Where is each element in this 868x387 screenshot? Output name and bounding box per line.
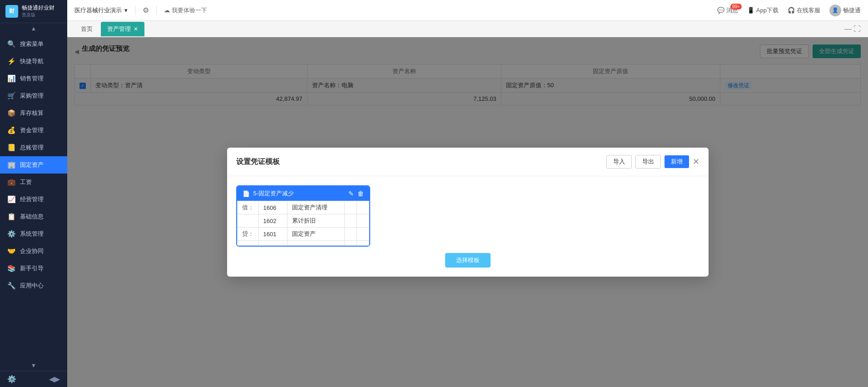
sidebar-item-payroll[interactable]: 💼 工资	[0, 174, 67, 191]
entry-debit-1	[345, 201, 357, 214]
sidebar-item-label: 基础信息	[20, 213, 44, 221]
sidebar-item-guide[interactable]: 📚 新手引导	[0, 260, 67, 277]
template-entries-table: 借： 1606 固定资产清理 1602	[237, 201, 369, 246]
basic-info-icon: 📋	[7, 213, 15, 221]
online-service-btn[interactable]: 🎧 在线客服	[788, 6, 820, 15]
sidebar: 财 畅捷通好业财 普及版 ▲ 🔍 搜索菜单 ⚡ 快捷导航 📊 销售管理 🛒 采购…	[0, 0, 67, 387]
import-btn[interactable]: 导入	[606, 155, 632, 169]
collapse-icon[interactable]: ◀▶	[49, 375, 60, 383]
fixed-assets-icon: 🏢	[7, 161, 15, 169]
tab-asset-label: 资产管理	[107, 25, 131, 33]
sidebar-item-label: 销售管理	[20, 74, 44, 83]
template-doc-icon: 📄	[243, 190, 250, 197]
sidebar-item-sales[interactable]: 📊 销售管理	[0, 70, 67, 87]
main-area: 医疗器械行业演示 ▾ ⚙ ☁ 我要体验一下 💬 消息 99+ 📱 App下载 🎧…	[67, 0, 868, 387]
sidebar-item-label: 新手引导	[20, 264, 44, 273]
search-icon: 🔍	[7, 40, 15, 48]
entry-credit-1	[357, 201, 369, 214]
app-download-btn[interactable]: 📱 App下载	[747, 6, 779, 15]
sidebar-item-purchase[interactable]: 🛒 采购管理	[0, 87, 67, 104]
sidebar-nav: 🔍 搜索菜单 ⚡ 快捷导航 📊 销售管理 🛒 采购管理 📦 库存核算 💰 资金管…	[0, 34, 67, 360]
system-icon: ⚙️	[7, 230, 15, 238]
sidebar-item-system[interactable]: ⚙️ 系统管理	[0, 225, 67, 243]
sales-icon: 📊	[7, 74, 15, 83]
purchase-icon: 🛒	[7, 92, 15, 100]
sidebar-footer: ⚙️ ◀▶	[0, 371, 67, 387]
settings-icon[interactable]: ⚙️	[7, 375, 16, 383]
tab-home[interactable]: 首页	[74, 22, 99, 36]
topbar-divider-2	[156, 6, 157, 15]
sidebar-item-inventory[interactable]: 📦 库存核算	[0, 104, 67, 122]
modal-title: 设置凭证模板	[236, 157, 280, 167]
messages-btn[interactable]: 💬 消息 99+	[717, 6, 738, 15]
user-profile-btn[interactable]: 👤 畅捷通	[829, 5, 861, 16]
messages-icon: 💬	[717, 7, 724, 14]
entry-name-2: 累计折旧	[288, 214, 345, 228]
sidebar-item-enterprise[interactable]: 🤝 企业协同	[0, 243, 67, 260]
tab-asset-management[interactable]: 资产管理 ✕	[101, 22, 144, 36]
new-btn[interactable]: 新增	[665, 155, 689, 168]
template-card-body: 借： 1606 固定资产清理 1602	[237, 201, 369, 246]
entry-code-2: 1602	[258, 214, 288, 228]
sidebar-item-label: 总账管理	[20, 144, 44, 152]
ledger-icon: 📒	[7, 144, 15, 152]
sidebar-scroll-up[interactable]: ▲	[0, 23, 67, 34]
sidebar-item-label: 资金管理	[20, 126, 44, 134]
payroll-icon: 💼	[7, 178, 15, 186]
tab-home-label: 首页	[81, 25, 93, 33]
entry-code-1: 1606	[258, 201, 288, 214]
modal-header: 设置凭证模板 导入 导出 新增 ✕	[227, 148, 709, 176]
modal-overlay[interactable]: 设置凭证模板 导入 导出 新增 ✕ 📄 5-固定资产减少	[67, 37, 868, 387]
app-edition: 普及版	[22, 12, 55, 18]
sidebar-item-quick-nav[interactable]: ⚡ 快捷导航	[0, 53, 67, 70]
sidebar-item-label: 经营管理	[20, 195, 44, 203]
sidebar-item-label: 企业协同	[20, 247, 44, 255]
template-card: 📄 5-固定资产减少 ✎ 🗑 借：	[236, 185, 370, 247]
sidebar-header: 财 畅捷通好业财 普及版	[0, 0, 67, 23]
tab-minimize-btn[interactable]: —	[844, 25, 852, 33]
template-card-header-actions: ✎ 🗑	[348, 190, 364, 197]
tabbar: 首页 资产管理 ✕ — ⛶	[67, 21, 868, 37]
topbar-right: 💬 消息 99+ 📱 App下载 🎧 在线客服 👤 畅捷通	[717, 5, 861, 16]
entry-code-3: 1601	[258, 228, 288, 241]
app-logo: 财	[5, 5, 18, 18]
sidebar-item-fixed-assets[interactable]: 🏢 固定资产	[0, 156, 67, 174]
service-icon: 🎧	[788, 7, 795, 14]
template-entry-row: 1602 累计折旧	[237, 214, 369, 228]
select-template-btn[interactable]: 选择模板	[445, 253, 491, 268]
entry-name-3: 固定资产	[288, 228, 345, 241]
entry-credit-2	[357, 214, 369, 228]
sidebar-scroll-down[interactable]: ▼	[0, 360, 67, 371]
template-entry-row: 借： 1606 固定资产清理	[237, 201, 369, 214]
template-edit-btn[interactable]: ✎	[348, 190, 354, 197]
export-btn[interactable]: 导出	[635, 155, 661, 169]
sidebar-item-search[interactable]: 🔍 搜索菜单	[0, 35, 67, 53]
template-delete-btn[interactable]: 🗑	[357, 190, 364, 197]
company-selector[interactable]: 医疗器械行业演示 ▾	[74, 6, 128, 15]
entry-credit-3	[357, 228, 369, 241]
sidebar-item-operations[interactable]: 📈 经营管理	[0, 191, 67, 208]
sidebar-item-ledger[interactable]: 📒 总账管理	[0, 139, 67, 156]
template-entry-row: 贷： 1601 固定资产	[237, 228, 369, 241]
topbar-divider-1	[135, 6, 135, 15]
experience-btn[interactable]: ☁ 我要体验一下	[164, 6, 207, 15]
modal-close-btn[interactable]: ✕	[693, 157, 699, 167]
sidebar-item-label: 应用中心	[20, 282, 44, 290]
sidebar-item-label: 固定资产	[20, 161, 44, 169]
enterprise-icon: 🤝	[7, 247, 15, 255]
operations-icon: 📈	[7, 195, 15, 203]
sidebar-item-label: 搜索菜单	[20, 40, 44, 48]
settings-gear-icon[interactable]: ⚙	[143, 6, 149, 15]
tab-maximize-btn[interactable]: ⛶	[853, 25, 861, 33]
cloud-icon: ☁	[164, 7, 170, 14]
sidebar-item-basic-info[interactable]: 📋 基础信息	[0, 208, 67, 225]
company-name: 医疗器械行业演示	[74, 6, 122, 15]
sidebar-item-label: 快捷导航	[20, 57, 44, 65]
sidebar-item-label: 系统管理	[20, 230, 44, 238]
sidebar-item-finance[interactable]: 💰 资金管理	[0, 122, 67, 139]
tab-close-icon[interactable]: ✕	[134, 26, 138, 32]
template-card-header: 📄 5-固定资产减少 ✎ 🗑	[237, 186, 369, 201]
company-dropdown-icon: ▾	[124, 7, 128, 14]
inventory-icon: 📦	[7, 109, 15, 117]
sidebar-item-app-center[interactable]: 🔧 应用中心	[0, 277, 67, 294]
